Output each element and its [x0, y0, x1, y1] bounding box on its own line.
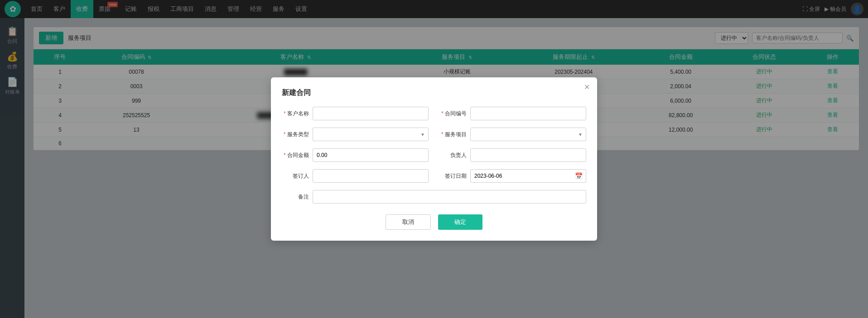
signatory-label: 签订人 — [282, 172, 309, 180]
contract-no-input[interactable] — [470, 107, 586, 120]
customer-name-input[interactable] — [313, 107, 429, 120]
service-type-select[interactable] — [313, 128, 429, 141]
sign-date-input[interactable]: 2023-06-06 — [470, 169, 586, 183]
contract-no-label: 合同编号 — [439, 110, 467, 118]
form-row-sign-date: 签订日期 2023-06-06 📅 — [439, 169, 586, 183]
form-row-remark: 备注 — [282, 190, 586, 204]
responsible-person-input[interactable] — [470, 148, 586, 162]
confirm-button[interactable]: 确定 — [438, 214, 482, 230]
remark-label: 备注 — [282, 193, 309, 201]
form-row-responsible: 负责人 — [439, 148, 586, 162]
service-type-select-wrap: ▼ — [313, 128, 429, 141]
calendar-icon[interactable]: 📅 — [575, 172, 583, 180]
remark-input[interactable] — [313, 190, 586, 204]
responsible-person-label: 负责人 — [439, 152, 467, 159]
new-contract-modal: 新建合同 ✕ 客户名称 合同编号 服务类型 ▼ 服务项目 — [271, 77, 597, 241]
form-row-service-type: 服务类型 ▼ — [282, 128, 429, 141]
service-type-label: 服务类型 — [282, 131, 309, 138]
service-item-select-wrap: ▼ — [470, 128, 586, 141]
contract-amount-label: 合同金额 — [282, 152, 309, 159]
modal-close-button[interactable]: ✕ — [584, 84, 590, 91]
sign-date-wrap: 2023-06-06 📅 — [470, 169, 586, 183]
service-item-select[interactable] — [470, 128, 586, 141]
modal-footer: 取消 确定 — [282, 214, 586, 230]
modal-title: 新建合同 — [282, 88, 586, 98]
form-row-amount: 合同金额 0.00 — [282, 148, 429, 162]
service-item-label: 服务项目 — [439, 131, 467, 138]
contract-amount-input[interactable]: 0.00 — [313, 148, 429, 162]
cancel-button[interactable]: 取消 — [386, 214, 431, 230]
form-row-service-item: 服务项目 ▼ — [439, 128, 586, 141]
form-grid: 客户名称 合同编号 服务类型 ▼ 服务项目 ▼ — [282, 107, 586, 204]
form-row-signatory: 签订人 — [282, 169, 429, 183]
modal-overlay[interactable]: 新建合同 ✕ 客户名称 合同编号 服务类型 ▼ 服务项目 — [0, 0, 868, 318]
form-row-customer: 客户名称 — [282, 107, 429, 120]
form-row-contract-no: 合同编号 — [439, 107, 586, 120]
sign-date-label: 签订日期 — [439, 172, 467, 180]
customer-name-label: 客户名称 — [282, 110, 309, 118]
signatory-input[interactable] — [313, 169, 429, 183]
